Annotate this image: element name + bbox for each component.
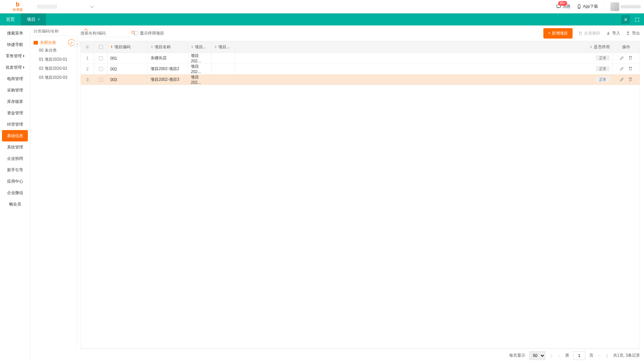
chevron-down-icon: [90, 4, 94, 8]
svg-point-2: [579, 8, 579, 8]
tab-close-button[interactable]: [621, 15, 630, 24]
tab-home[interactable]: 首页: [0, 13, 21, 25]
tabbar: 首页 项目 ×: [0, 13, 644, 25]
tab-projects[interactable]: 项目 ×: [21, 13, 46, 25]
user-menu[interactable]: [610, 2, 641, 11]
topbar: b 标准版 99+ 消息 App下载: [0, 0, 644, 13]
mobile-icon: [577, 4, 582, 9]
messages-badge: 99+: [558, 1, 567, 6]
avatar: [610, 2, 619, 11]
close-icon[interactable]: ×: [38, 17, 40, 22]
app-download-button[interactable]: App下载: [577, 4, 598, 9]
messages-button[interactable]: 99+ 消息: [556, 4, 571, 9]
brand-logo: b 标准版: [3, 1, 32, 12]
fullscreen-button[interactable]: [633, 15, 641, 24]
org-selector[interactable]: [37, 5, 93, 9]
